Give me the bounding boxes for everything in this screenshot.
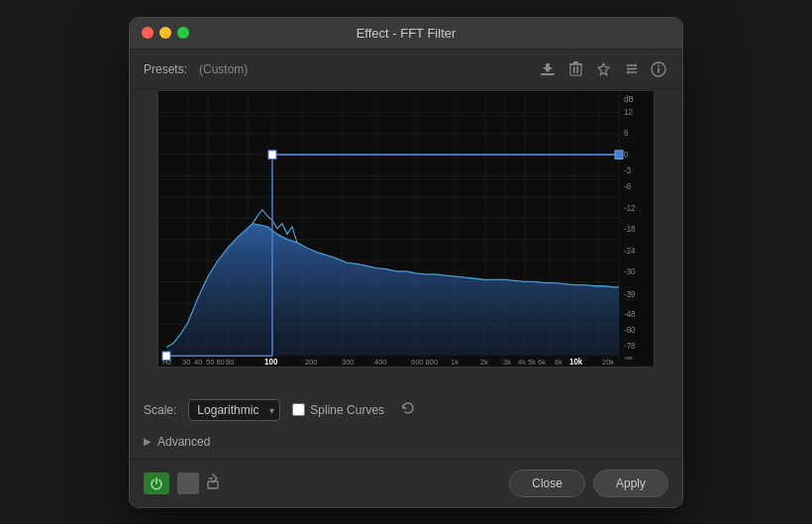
svg-text:-30: -30	[624, 266, 636, 275]
svg-text:-60: -60	[624, 325, 636, 334]
export-button[interactable]	[207, 473, 225, 493]
presets-value: (Custom)	[199, 62, 530, 76]
minimize-traffic-light[interactable]	[159, 27, 171, 39]
svg-text:-∞: -∞	[624, 353, 632, 362]
presets-icons	[538, 59, 668, 79]
svg-rect-10	[658, 67, 660, 72]
svg-text:Hz: Hz	[162, 357, 171, 366]
svg-text:0: 0	[624, 151, 629, 159]
power-button[interactable]	[144, 472, 169, 494]
svg-text:200: 200	[305, 357, 317, 366]
svg-text:6: 6	[624, 128, 629, 137]
stop-button[interactable]	[177, 472, 199, 494]
svg-text:-18: -18	[624, 224, 636, 233]
svg-rect-45	[268, 150, 276, 158]
svg-rect-2	[573, 66, 575, 73]
scale-label: Scale:	[144, 403, 176, 417]
svg-rect-3	[577, 66, 579, 73]
maximize-traffic-light[interactable]	[177, 27, 189, 39]
right-icons	[623, 59, 668, 79]
presets-label: Presets:	[144, 62, 187, 76]
svg-text:-78: -78	[624, 341, 636, 350]
svg-text:-6: -6	[624, 182, 631, 191]
presets-row: Presets: (Custom)	[130, 50, 682, 90]
svg-text:40: 40	[194, 357, 202, 366]
info-button[interactable]	[649, 59, 668, 79]
svg-text:-3: -3	[624, 166, 631, 175]
scale-select[interactable]: Linear Logarithmic	[188, 399, 280, 421]
advanced-row[interactable]: ▶ Advanced	[130, 431, 682, 459]
svg-text:300: 300	[342, 357, 354, 366]
titlebar: Effect - FFT Filter	[130, 18, 682, 50]
manage-presets-button[interactable]	[623, 59, 641, 79]
svg-rect-4	[569, 63, 582, 65]
svg-text:12: 12	[624, 107, 633, 116]
svg-rect-5	[573, 61, 578, 63]
svg-rect-46	[615, 150, 623, 158]
save-preset-button[interactable]	[538, 60, 558, 78]
window-controls	[142, 27, 189, 39]
svg-text:-24: -24	[624, 246, 636, 255]
window-title: Effect - FFT Filter	[356, 26, 457, 41]
svg-text:100: 100	[264, 357, 278, 366]
svg-text:400: 400	[374, 357, 386, 366]
scale-select-wrapper[interactable]: Linear Logarithmic	[188, 399, 280, 421]
fft-chart: dB 12 6 0 -3 -6 -12 -18 -24 -30 -39 -48 …	[158, 91, 654, 367]
chart-container[interactable]: dB 12 6 0 -3 -6 -12 -18 -24 -30 -39 -48 …	[157, 90, 655, 367]
undo-button[interactable]	[396, 400, 420, 420]
apply-button[interactable]: Apply	[593, 470, 668, 497]
svg-text:20k: 20k	[602, 357, 614, 366]
svg-text:2k: 2k	[480, 357, 488, 366]
main-window: Effect - FFT Filter Presets: (Custom)	[129, 17, 683, 508]
svg-point-11	[658, 64, 660, 66]
svg-text:1k: 1k	[451, 357, 458, 366]
advanced-arrow-icon: ▶	[144, 436, 152, 447]
spline-label[interactable]: Spline Curves	[310, 403, 384, 417]
svg-text:10k: 10k	[569, 357, 583, 366]
scale-row: Scale: Linear Logarithmic Spline Curves	[130, 389, 682, 431]
spline-checkbox[interactable]	[292, 403, 305, 416]
svg-text:3k: 3k	[503, 357, 511, 366]
svg-rect-1	[570, 64, 581, 75]
svg-text:-12: -12	[624, 203, 636, 212]
svg-text:-39: -39	[624, 290, 636, 299]
svg-text:600 800: 600 800	[411, 357, 438, 366]
svg-text:50 60: 50 60	[206, 357, 225, 366]
svg-rect-0	[541, 73, 555, 75]
svg-text:4k 5k 6k: 4k 5k 6k	[518, 357, 546, 366]
close-traffic-light[interactable]	[142, 27, 153, 39]
advanced-label: Advanced	[157, 435, 210, 449]
spline-checkbox-wrapper: Spline Curves	[292, 403, 384, 417]
svg-text:30: 30	[182, 357, 190, 366]
bottom-row: Close Apply	[130, 459, 682, 507]
close-button[interactable]: Close	[509, 470, 585, 497]
svg-text:80: 80	[226, 357, 234, 366]
svg-text:8k: 8k	[555, 357, 562, 366]
bottom-left-controls	[144, 472, 501, 494]
chart-area: dB 12 6 0 -3 -6 -12 -18 -24 -30 -39 -48 …	[144, 90, 668, 367]
delete-preset-button[interactable]	[567, 59, 584, 78]
favorite-preset-button[interactable]	[594, 60, 613, 78]
svg-text:dB: dB	[624, 94, 634, 103]
svg-text:-48: -48	[624, 309, 636, 318]
